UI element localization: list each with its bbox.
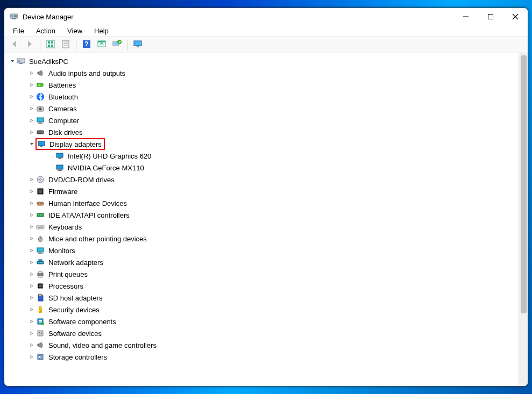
svg-rect-49 [58, 159, 62, 159]
toolbar-scan-button[interactable] [110, 39, 124, 52]
tree-node-label: Bluetooth [48, 93, 78, 101]
properties-icon [61, 39, 70, 51]
vertical-scrollbar[interactable] [519, 53, 528, 386]
security-icon [36, 305, 45, 314]
chevron-right-icon[interactable] [28, 70, 36, 76]
chevron-right-icon[interactable] [28, 342, 36, 348]
chevron-right-icon[interactable] [28, 331, 36, 336]
tree-category[interactable]: Software devices [9, 327, 519, 339]
tree-category[interactable]: Batteries [9, 79, 519, 91]
sd-icon [36, 293, 45, 303]
svg-rect-67 [40, 214, 41, 216]
svg-point-37 [39, 108, 42, 111]
chevron-right-icon[interactable] [28, 189, 36, 194]
tree-root[interactable]: SueAdiksPC [9, 55, 519, 67]
chevron-down-icon[interactable] [9, 59, 16, 64]
chevron-right-icon[interactable] [28, 260, 36, 265]
tree-category[interactable]: Human Interface Devices [9, 197, 519, 209]
keyboard-icon [36, 222, 45, 232]
chevron-right-icon[interactable] [28, 307, 36, 312]
tree-category[interactable]: Processors [9, 280, 519, 292]
chevron-right-icon[interactable] [28, 94, 36, 99]
chevron-right-icon[interactable] [28, 106, 36, 111]
tree-category[interactable]: Disk drives [9, 126, 519, 138]
svg-rect-73 [41, 226, 41, 227]
svg-rect-39 [37, 118, 44, 122]
tree-node-label: Network adapters [48, 259, 103, 267]
maximize-button[interactable] [478, 8, 503, 25]
chevron-right-icon[interactable] [28, 118, 36, 123]
tree-category[interactable]: Computer [9, 114, 519, 126]
menu-help[interactable]: Help [89, 26, 114, 36]
chevron-right-icon[interactable] [28, 248, 36, 253]
chevron-right-icon[interactable] [28, 212, 36, 218]
svg-rect-6 [488, 15, 493, 19]
tree-device[interactable]: NVIDIA GeForce MX110 [9, 162, 519, 174]
svg-rect-68 [41, 214, 42, 216]
svg-rect-51 [59, 169, 61, 170]
close-button[interactable] [503, 8, 528, 25]
tree-category[interactable]: Bluetooth [9, 91, 519, 103]
toolbar-show-hidden-button[interactable] [44, 39, 58, 52]
chevron-right-icon[interactable] [28, 177, 36, 182]
toolbar-separator [40, 40, 40, 51]
tree-category[interactable]: Audio inputs and outputs [9, 67, 519, 79]
toolbar-help-button[interactable]: ? [80, 39, 94, 52]
tree-device[interactable]: Intel(R) UHD Graphics 620 [9, 150, 519, 162]
svg-rect-31 [21, 61, 23, 61]
chevron-right-icon[interactable] [28, 354, 36, 360]
toolbar-action1-button[interactable] [95, 39, 109, 52]
svg-point-112 [40, 356, 41, 357]
tree-node-label: IDE ATA/ATAPI controllers [48, 211, 130, 219]
tree-category[interactable]: Sound, video and game controllers [9, 339, 519, 351]
tree-category[interactable]: Monitors [9, 245, 519, 256]
tree-category[interactable]: Cameras [9, 103, 519, 114]
chevron-right-icon[interactable] [28, 319, 36, 324]
tree-category[interactable]: Mice and other pointing devices [9, 233, 519, 245]
device-tree[interactable]: SueAdiksPCAudio inputs and outputsBatter… [4, 53, 519, 386]
chevron-right-icon[interactable] [28, 82, 36, 88]
tree-category[interactable]: Software components [9, 316, 519, 327]
svg-point-83 [38, 262, 39, 263]
menu-view[interactable]: View [62, 26, 88, 36]
tree-category[interactable]: Storage controllers [9, 351, 519, 363]
tree-category[interactable]: Network adapters [9, 256, 519, 268]
camera-icon [36, 104, 45, 113]
svg-rect-66 [38, 214, 39, 216]
tree-category[interactable]: Display adapters [9, 138, 519, 150]
display-icon [37, 139, 46, 149]
tree-node-label: Sound, video and game controllers [48, 341, 157, 349]
tree-node-label: Processors [48, 282, 83, 290]
toolbar-properties-button[interactable] [59, 39, 73, 52]
tree-category[interactable]: SD host adapters [9, 292, 519, 304]
toolbar-back-button[interactable] [8, 39, 22, 52]
chevron-right-icon[interactable] [28, 130, 36, 135]
cpu-icon [36, 281, 45, 291]
menu-action[interactable]: Action [31, 26, 61, 36]
menu-file[interactable]: File [8, 26, 30, 36]
window-title: Device Manager [23, 13, 74, 21]
chevron-right-icon[interactable] [28, 200, 36, 206]
chevron-right-icon[interactable] [28, 295, 36, 300]
toolbar-monitor-button[interactable] [131, 39, 145, 52]
chevron-right-icon[interactable] [28, 271, 36, 277]
svg-point-43 [42, 132, 43, 133]
tree-category[interactable]: Security devices [9, 304, 519, 316]
toolbar-forward-button[interactable] [23, 39, 37, 52]
titlebar: Device Manager [4, 8, 528, 25]
menubar: File Action View Help [4, 25, 528, 37]
tree-category[interactable]: Keyboards [9, 221, 519, 233]
scroll-thumb[interactable] [521, 55, 527, 313]
chevron-right-icon[interactable] [28, 236, 36, 241]
minimize-button[interactable] [453, 8, 478, 25]
tree-category[interactable]: Firmware [9, 185, 519, 197]
chevron-down-icon[interactable] [28, 141, 36, 147]
tree-category[interactable]: IDE ATA/ATAPI controllers [9, 209, 519, 221]
tree-node-label: Cameras [48, 105, 77, 113]
tree-category[interactable]: DVD/CD-ROM drives [9, 174, 519, 185]
svg-rect-106 [39, 320, 42, 321]
chevron-right-icon[interactable] [28, 224, 36, 230]
chevron-right-icon[interactable] [28, 283, 36, 289]
tree-node-label: Software devices [48, 329, 102, 338]
tree-category[interactable]: Print queues [9, 268, 519, 280]
